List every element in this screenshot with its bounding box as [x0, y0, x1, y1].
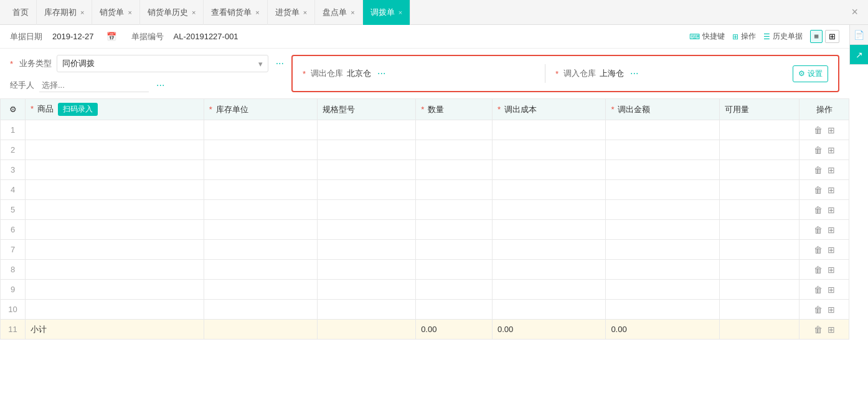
settings-btn[interactable]: ⚙ 设置 [793, 65, 828, 82]
cell-cost[interactable] [493, 240, 606, 260]
delete-row-icon[interactable]: 🗑 [814, 285, 823, 295]
cell-amount[interactable] [606, 300, 719, 320]
cell-spec[interactable] [318, 280, 416, 300]
warehouse-in-value[interactable]: 上海仓 [600, 68, 624, 79]
cell-amount[interactable] [606, 120, 719, 140]
history-btn[interactable]: ☰ 历史单据 [763, 31, 803, 42]
close-all-tabs[interactable]: × [846, 6, 863, 19]
cell-cost[interactable] [493, 260, 606, 280]
sidebar-export-icon[interactable]: ↗ [850, 45, 869, 65]
tab-purchase[interactable]: 进货单 × [268, 0, 315, 25]
calendar-icon[interactable]: 📅 [106, 32, 116, 41]
copy-row-icon[interactable]: ⊞ [828, 265, 835, 275]
delete-row-icon[interactable]: 🗑 [814, 165, 823, 175]
cell-qty[interactable] [416, 180, 493, 200]
copy-row-icon[interactable]: ⊞ [828, 305, 835, 315]
cell-unit[interactable] [204, 140, 317, 160]
close-tab-purchase[interactable]: × [303, 9, 307, 16]
cell-spec[interactable] [318, 220, 416, 240]
copy-row-icon[interactable]: ⊞ [828, 145, 835, 155]
copy-row-icon[interactable]: ⊞ [828, 125, 835, 135]
cell-unit[interactable] [204, 180, 317, 200]
cell-qty[interactable] [416, 200, 493, 220]
cell-unit[interactable] [204, 260, 317, 280]
settings-col-icon[interactable]: ⚙ [9, 105, 17, 114]
cell-unit[interactable] [204, 280, 317, 300]
copy-row-icon[interactable]: ⊞ [828, 185, 835, 195]
cell-spec[interactable] [318, 200, 416, 220]
operations-btn[interactable]: ⊞ 操作 [732, 31, 756, 42]
copy-row-icon[interactable]: ⊞ [828, 165, 835, 175]
cell-cost[interactable] [493, 280, 606, 300]
cell-qty[interactable] [416, 260, 493, 280]
delete-row-icon[interactable]: 🗑 [814, 265, 823, 275]
cell-spec[interactable] [318, 140, 416, 160]
cell-cost[interactable] [493, 220, 606, 240]
cell-spec[interactable] [318, 260, 416, 280]
cell-amount[interactable] [606, 180, 719, 200]
cell-goods[interactable] [26, 260, 204, 280]
cell-spec[interactable] [318, 120, 416, 140]
cell-spec[interactable] [318, 300, 416, 320]
copy-row-icon[interactable]: ⊞ [828, 245, 835, 255]
cell-goods[interactable] [26, 300, 204, 320]
cell-qty[interactable] [416, 160, 493, 180]
close-tab-sales-order[interactable]: × [128, 9, 131, 16]
doc-date-value[interactable]: 2019-12-27 [52, 32, 94, 41]
delete-row-icon[interactable]: 🗑 [814, 245, 823, 255]
warehouse-out-value[interactable]: 北京仓 [347, 68, 371, 79]
cell-unit[interactable] [204, 220, 317, 240]
view-list-btn[interactable]: ≡ [810, 30, 823, 43]
tab-view-sales[interactable]: 查看销货单 × [204, 0, 267, 25]
delete-icon[interactable]: 🗑 [814, 325, 823, 335]
handler-input[interactable] [39, 79, 149, 92]
cell-goods[interactable] [26, 160, 204, 180]
delete-row-icon[interactable]: 🗑 [814, 185, 823, 195]
close-tab-transfer[interactable]: × [399, 9, 402, 16]
delete-row-icon[interactable]: 🗑 [814, 145, 823, 155]
close-tab-inventory-init[interactable]: × [80, 9, 84, 16]
close-tab-stocktake[interactable]: × [351, 9, 354, 16]
tab-sales-order[interactable]: 销货单 × [92, 0, 139, 25]
cell-cost[interactable] [493, 160, 606, 180]
cell-goods[interactable] [26, 280, 204, 300]
cell-goods[interactable] [26, 140, 204, 160]
delete-row-icon[interactable]: 🗑 [814, 225, 823, 235]
cell-amount[interactable] [606, 140, 719, 160]
cell-amount[interactable] [606, 280, 719, 300]
cell-spec[interactable] [318, 180, 416, 200]
sidebar-doc-icon[interactable]: 📄 [850, 25, 869, 45]
cell-cost[interactable] [493, 300, 606, 320]
cell-unit[interactable] [204, 160, 317, 180]
delete-row-icon[interactable]: 🗑 [814, 305, 823, 315]
cell-spec[interactable] [318, 240, 416, 260]
cell-goods[interactable] [26, 180, 204, 200]
close-tab-sales-history[interactable]: × [192, 9, 196, 16]
delete-row-icon[interactable]: 🗑 [814, 125, 823, 135]
cell-amount[interactable] [606, 240, 719, 260]
tab-sales-history[interactable]: 销货单历史 × [140, 0, 204, 25]
cell-cost[interactable] [493, 200, 606, 220]
warehouse-out-more-btn[interactable]: ··· [377, 68, 385, 79]
warehouse-in-more-btn[interactable]: ··· [630, 68, 638, 79]
copy-icon[interactable]: ⊞ [828, 325, 835, 335]
tab-transfer[interactable]: 调拨单 × [363, 0, 410, 25]
cell-unit[interactable] [204, 120, 317, 140]
tab-stocktake[interactable]: 盘点单 × [315, 0, 362, 25]
cell-spec[interactable] [318, 160, 416, 180]
business-type-select[interactable]: 同价调拨 ▾ [57, 55, 268, 72]
cell-qty[interactable] [416, 220, 493, 240]
delete-row-icon[interactable]: 🗑 [814, 205, 823, 215]
cell-amount[interactable] [606, 200, 719, 220]
cell-qty[interactable] [416, 300, 493, 320]
cell-qty[interactable] [416, 240, 493, 260]
tab-home[interactable]: 首页 [5, 0, 37, 25]
cell-goods[interactable] [26, 220, 204, 240]
copy-row-icon[interactable]: ⊞ [828, 225, 835, 235]
cell-goods[interactable] [26, 240, 204, 260]
cell-cost[interactable] [493, 140, 606, 160]
tab-inventory-init[interactable]: 库存期初 × [37, 0, 92, 25]
business-type-more-btn[interactable]: ··· [276, 58, 284, 69]
cell-qty[interactable] [416, 120, 493, 140]
cell-goods[interactable] [26, 120, 204, 140]
